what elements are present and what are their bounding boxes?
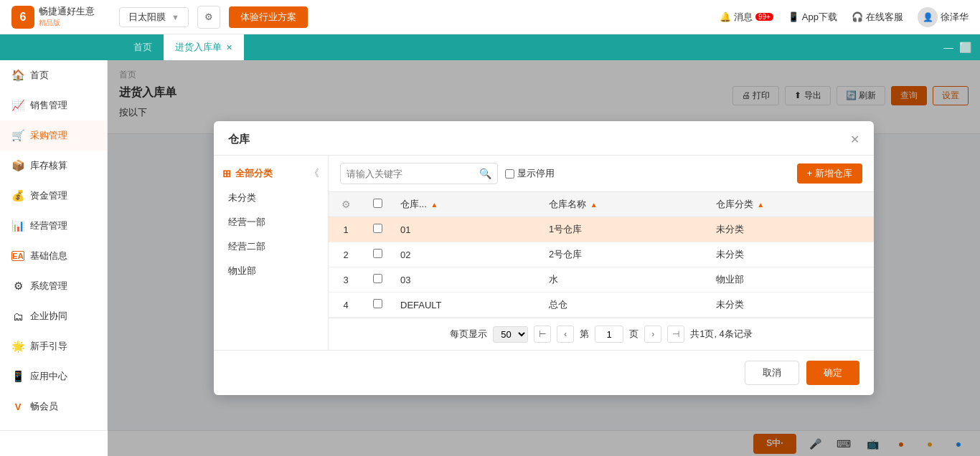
finance-icon: 💰 <box>11 189 24 202</box>
page-first-button[interactable]: ⊢ <box>534 326 551 343</box>
search-icon[interactable]: 🔍 <box>479 168 491 179</box>
row-name: 水 <box>540 267 707 293</box>
warehouse-table: ⚙ 仓库... ▲ <box>329 192 874 318</box>
col-settings[interactable]: ⚙ <box>329 192 363 217</box>
all-categories-label[interactable]: ⊞ 全部分类 <box>222 167 273 180</box>
col-checkbox[interactable] <box>363 192 392 217</box>
store-selector[interactable]: 日太阳膜 ▼ <box>119 7 189 27</box>
sidebar-item-sales[interactable]: 📈 销售管理 <box>0 90 107 120</box>
sidebar-item-system[interactable]: ⚙ 系统管理 <box>0 271 107 301</box>
show-disabled-check[interactable] <box>505 169 514 179</box>
select-all-checkbox[interactable] <box>373 199 382 208</box>
modal-close-button[interactable]: ✕ <box>850 133 859 146</box>
header-right: 🔔 消息 99+ 📱 App下载 🎧 在线客服 👤 徐泽华 <box>720 7 969 27</box>
enterprise-icon: 🗂 <box>11 310 24 323</box>
system-icon: ⚙ <box>11 280 24 293</box>
nav-right-controls: — ⬜ <box>943 42 980 53</box>
show-disabled-checkbox[interactable]: 显示停用 <box>505 167 555 180</box>
total-info: 共1页, 4条记录 <box>690 328 753 341</box>
sidebar: 🏠 首页 📈 销售管理 🛒 采购管理 📦 库存核算 💰 资金管理 📊 经营管理 … <box>0 60 108 456</box>
modal-sidebar-header: ⊞ 全部分类 《 <box>214 161 328 186</box>
tab-home[interactable]: 首页 <box>122 34 164 60</box>
nav-tabs: 首页 进货入库单 ✕ — ⬜ <box>0 34 980 60</box>
collapse-icon[interactable]: 《 <box>309 167 319 180</box>
inventory-icon: 📦 <box>11 159 24 172</box>
row-category: 未分类 <box>707 217 874 242</box>
sort-cat-icon[interactable]: ▲ <box>757 201 764 209</box>
table-row[interactable]: 1 01 1号仓库 未分类 <box>329 217 874 242</box>
category-operations1[interactable]: 经营一部 <box>214 210 328 234</box>
row-name: 总仓 <box>540 293 707 318</box>
modal-body: ⊞ 全部分类 《 未分类 经营一部 经营二部 物业部 <box>214 156 874 350</box>
sort-name-icon[interactable]: ▲ <box>590 201 598 209</box>
user-profile-button[interactable]: 👤 徐泽华 <box>918 7 969 27</box>
warehouse-modal: 仓库 ✕ ⊞ 全部分类 《 未分类 经营一部 经营二部 <box>214 121 874 395</box>
sidebar-item-membership[interactable]: V 畅会员 <box>0 391 107 422</box>
sidebar-item-guide[interactable]: 🌟 新手引导 <box>0 331 107 361</box>
sidebar-item-basicinfo[interactable]: EA 基础信息 <box>0 241 107 271</box>
guide-icon: 🌟 <box>11 340 24 353</box>
page-next-button[interactable]: › <box>644 326 661 343</box>
online-service-button[interactable]: 🎧 在线客服 <box>852 11 903 24</box>
sidebar-item-inventory[interactable]: 📦 库存核算 <box>0 151 107 181</box>
sidebar-item-apps[interactable]: 📱 应用中心 <box>0 361 107 391</box>
row-category: 未分类 <box>707 293 874 318</box>
purchase-icon: 🛒 <box>11 129 24 142</box>
modal-category-sidebar: ⊞ 全部分类 《 未分类 经营一部 经营二部 物业部 <box>214 156 329 350</box>
modal-main-area: 🔍 显示停用 + 新增仓库 <box>329 156 874 350</box>
page-size-select[interactable]: 50 <box>493 326 528 343</box>
row-checkbox[interactable] <box>363 242 392 267</box>
row-checkbox[interactable] <box>363 293 392 318</box>
page-last-button[interactable]: ⊣ <box>667 326 684 343</box>
tab-purchase[interactable]: 进货入库单 ✕ <box>164 34 244 60</box>
category-property[interactable]: 物业部 <box>214 259 328 283</box>
home-icon: 🏠 <box>11 69 24 82</box>
row-category: 物业部 <box>707 267 874 293</box>
trial-button[interactable]: 体验行业方案 <box>229 6 308 28</box>
table-row[interactable]: 3 03 水 物业部 <box>329 267 874 293</box>
sidebar-item-purchase[interactable]: 🛒 采购管理 <box>0 120 107 151</box>
tab-close-icon[interactable]: ✕ <box>226 43 232 52</box>
table-row[interactable]: 4 DEFAULT 总仓 未分类 <box>329 293 874 318</box>
sidebar-item-finance[interactable]: 💰 资金管理 <box>0 181 107 211</box>
cancel-button[interactable]: 取消 <box>745 361 799 385</box>
nav-minimize-icon[interactable]: — <box>943 42 953 53</box>
table-row[interactable]: 2 02 2号仓库 未分类 <box>329 242 874 267</box>
modal-actions: 取消 确定 <box>214 350 874 395</box>
row-name: 2号仓库 <box>540 242 707 267</box>
col-settings-icon[interactable]: ⚙ <box>341 199 351 210</box>
membership-icon: V <box>11 400 24 413</box>
app-download-button[interactable]: 📱 App下载 <box>788 11 837 24</box>
search-box: 🔍 <box>340 163 498 184</box>
category-operations2[interactable]: 经营二部 <box>214 234 328 259</box>
row-num: 2 <box>329 242 363 267</box>
sidebar-item-home[interactable]: 🏠 首页 <box>0 60 107 90</box>
search-input[interactable] <box>347 168 479 179</box>
main-content: 首页 进货入库单 🖨 打印 ⬆ 导出 🔄 刷新 <box>108 60 980 456</box>
row-checkbox[interactable] <box>363 217 392 242</box>
header-settings-button[interactable]: ⚙ <box>197 6 220 29</box>
row-num: 4 <box>329 293 363 318</box>
sort-code-icon[interactable]: ▲ <box>430 201 438 209</box>
messages-button[interactable]: 🔔 消息 99+ <box>720 11 773 24</box>
page-number-input[interactable] <box>595 326 623 343</box>
sidebar-item-enterprise[interactable]: 🗂 企业协同 <box>0 301 107 331</box>
grid-icon: ⊞ <box>222 168 231 179</box>
basicinfo-icon: EA <box>11 251 24 261</box>
col-category-header: 仓库分类 ▲ <box>707 192 874 217</box>
col-code-header: 仓库... ▲ <box>392 192 540 217</box>
header-middle: 日太阳膜 ▼ ⚙ 体验行业方案 <box>119 6 720 29</box>
category-uncategorized[interactable]: 未分类 <box>214 186 328 210</box>
sidebar-item-operations[interactable]: 📊 经营管理 <box>0 211 107 241</box>
logo-text: 畅捷通好生意 精品版 <box>39 6 95 28</box>
confirm-button[interactable]: 确定 <box>806 361 859 385</box>
add-warehouse-button[interactable]: + 新增仓库 <box>797 163 862 184</box>
sales-icon: 📈 <box>11 99 24 112</box>
nav-maximize-icon[interactable]: ⬜ <box>959 42 971 53</box>
table-pagination: 每页显示 50 ⊢ ‹ 第 页 › ⊣ 共1页, 4条记录 <box>329 318 874 350</box>
warehouse-table-wrap: ⚙ 仓库... ▲ <box>329 192 874 318</box>
row-code: 02 <box>392 242 540 267</box>
page-prev-button[interactable]: ‹ <box>557 326 574 343</box>
modal-title: 仓库 <box>228 133 250 146</box>
row-checkbox[interactable] <box>363 267 392 293</box>
